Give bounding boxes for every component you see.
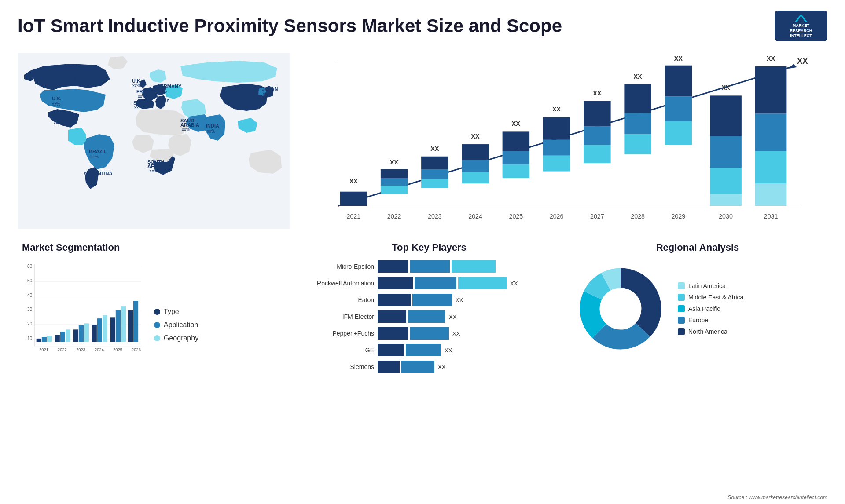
svg-rect-95 <box>42 337 47 342</box>
north-america-color <box>678 328 685 335</box>
bar-dark <box>378 327 408 340</box>
asia-pacific-label: Asia Pacific <box>688 305 720 312</box>
svg-rect-31 <box>421 179 448 188</box>
middle-east-color <box>678 294 685 301</box>
bar-dark <box>378 277 413 289</box>
svg-rect-98 <box>55 335 60 342</box>
map-label-argentina: ARGENTINA <box>84 171 112 176</box>
player-value: XX <box>449 314 456 320</box>
application-label: Application <box>164 321 198 329</box>
legend-middle-east: Middle East & Africa <box>678 294 743 301</box>
regional-title: Regional Analysis <box>572 242 823 253</box>
map-label-mexico: MEXICO <box>52 114 71 120</box>
svg-text:XX: XX <box>634 73 643 80</box>
bar-chart-section: XX XX 2021 XX 2022 XX <box>295 48 832 237</box>
svg-rect-58 <box>624 84 651 113</box>
application-dot <box>154 322 160 328</box>
svg-rect-115 <box>133 301 138 342</box>
svg-text:2024: 2024 <box>95 347 104 352</box>
svg-rect-110 <box>110 317 115 342</box>
svg-text:XX: XX <box>674 55 683 62</box>
legend-geography: Geography <box>154 334 198 342</box>
svg-text:2021: 2021 <box>346 213 360 220</box>
geography-label: Geography <box>164 334 198 342</box>
bar-mid <box>410 260 450 273</box>
svg-rect-102 <box>73 329 78 342</box>
svg-text:2025: 2025 <box>509 213 523 220</box>
svg-text:2022: 2022 <box>58 347 67 352</box>
svg-rect-94 <box>37 339 41 342</box>
donut-container: Latin America Middle East & Africa Asia … <box>572 260 823 357</box>
middle-east-label: Middle East & Africa <box>688 294 743 301</box>
svg-text:xx%: xx% <box>182 127 190 132</box>
svg-rect-103 <box>79 325 84 342</box>
svg-rect-52 <box>584 126 611 145</box>
player-name: Pepperl+Fuchs <box>304 330 374 337</box>
player-bars: XX <box>378 294 555 306</box>
svg-text:XX: XX <box>430 145 439 152</box>
bar-dark <box>378 260 408 273</box>
type-label: Type <box>164 308 179 316</box>
player-row-siemens: Siemens XX <box>304 361 555 373</box>
player-name: Eaton <box>304 296 374 303</box>
svg-text:2022: 2022 <box>387 213 401 220</box>
svg-rect-111 <box>116 310 121 342</box>
svg-text:2021: 2021 <box>39 347 48 352</box>
svg-rect-68 <box>710 136 742 168</box>
svg-text:xx%: xx% <box>67 77 75 82</box>
bar-mid <box>401 361 434 373</box>
svg-text:XX: XX <box>552 106 561 113</box>
svg-text:2023: 2023 <box>428 213 442 220</box>
svg-text:30: 30 <box>27 307 33 312</box>
svg-rect-99 <box>60 332 65 342</box>
svg-rect-42 <box>503 151 530 164</box>
seg-chart-area: 60 50 40 30 20 10 <box>22 259 286 355</box>
bottom-middle: Top Key Players Micro-Epsilon Rockwell A… <box>295 237 832 382</box>
latin-america-color <box>678 282 685 289</box>
header: IoT Smart Inductive Proximity Sensors Ma… <box>0 0 845 48</box>
svg-text:xx%: xx% <box>158 89 167 94</box>
bottom-left: Market Segmentation 60 50 40 30 20 10 <box>13 237 295 382</box>
player-value: XX <box>445 347 452 354</box>
svg-text:XX: XX <box>471 133 480 140</box>
svg-text:xx%: xx% <box>150 168 158 173</box>
svg-rect-96 <box>47 336 52 342</box>
svg-rect-48 <box>543 117 570 140</box>
svg-rect-106 <box>92 325 97 342</box>
main-content: CANADA xx% U.S. xx% MEXICO xx% BRAZIL xx… <box>0 48 845 382</box>
svg-text:2023: 2023 <box>76 347 85 352</box>
svg-text:xx%: xx% <box>54 120 62 125</box>
page-title: IoT Smart Inductive Proximity Sensors Ma… <box>18 15 562 37</box>
map-label-france: FRANCE <box>136 89 157 94</box>
player-bars <box>378 260 555 273</box>
svg-text:2030: 2030 <box>719 213 733 220</box>
player-row-pepperl: Pepperl+Fuchs XX <box>304 327 555 340</box>
svg-point-122 <box>601 289 640 329</box>
player-value: XX <box>452 330 460 337</box>
segmentation-title: Market Segmentation <box>22 242 286 253</box>
map-label-india: INDIA <box>206 123 219 128</box>
svg-rect-114 <box>128 310 133 342</box>
seg-legend: Type Application Geography <box>154 308 198 355</box>
svg-text:xx%: xx% <box>134 105 143 110</box>
svg-rect-38 <box>462 144 489 160</box>
svg-text:2029: 2029 <box>671 213 685 220</box>
svg-text:2028: 2028 <box>631 213 645 220</box>
svg-rect-37 <box>462 160 489 172</box>
svg-marker-21 <box>789 64 797 69</box>
svg-rect-61 <box>665 121 692 145</box>
player-name: Micro-Epsilon <box>304 263 374 270</box>
svg-text:50: 50 <box>27 278 33 283</box>
svg-text:XX: XX <box>797 56 808 66</box>
bar-mid <box>408 310 445 323</box>
legend-europe: Europe <box>678 317 743 324</box>
svg-text:2027: 2027 <box>590 213 604 220</box>
latin-america-label: Latin America <box>688 282 726 289</box>
bar-light <box>452 260 496 273</box>
bar-chart-svg: XX XX 2021 XX 2022 XX <box>304 53 823 233</box>
svg-rect-100 <box>66 329 70 342</box>
seg-chart-svg: 60 50 40 30 20 10 <box>22 259 145 355</box>
bar-mid <box>410 327 449 340</box>
svg-text:10: 10 <box>27 336 33 341</box>
svg-text:XX: XX <box>721 84 730 91</box>
